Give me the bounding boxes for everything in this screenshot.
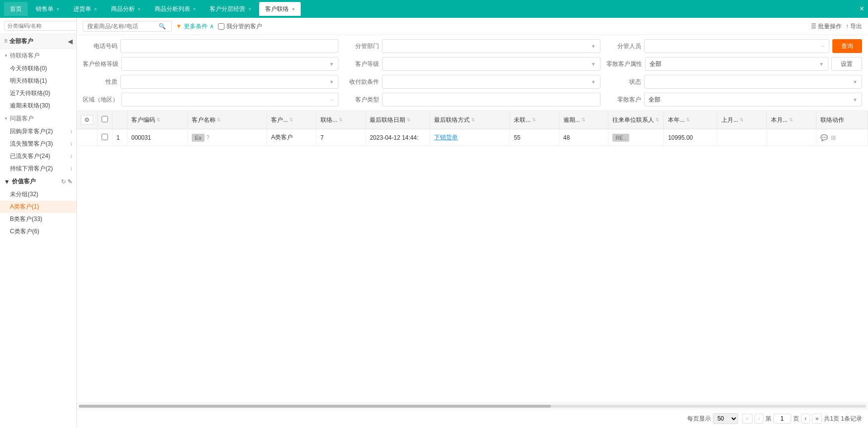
last-page-btn[interactable]: » <box>812 414 822 424</box>
page-number-input[interactable] <box>773 414 791 424</box>
edit-icon[interactable]: ✎ <box>67 178 72 185</box>
customer-type-input[interactable] <box>382 93 600 107</box>
filter-row-customer-level: 客户等级 ▼ <box>344 57 600 71</box>
sidebar-item-class-a-label: A类客户(1) <box>10 203 72 211</box>
sort-icon-contact[interactable]: ⇅ <box>339 117 343 122</box>
customer-level-select[interactable]: ▼ <box>382 57 600 71</box>
status-select[interactable]: ▼ <box>644 75 862 89</box>
customer-table: ⚙ 客户编码 ⇅ <box>77 111 868 146</box>
sidebar-item-unclassified[interactable]: 未分组(32) <box>0 188 76 201</box>
scrollbar-track <box>79 405 866 408</box>
sidebar-item-class-c[interactable]: C类客户(6) <box>0 225 76 238</box>
tab-goods-analysis[interactable]: 商品分析 × <box>105 2 147 16</box>
close-all-btn[interactable]: × <box>860 4 864 13</box>
gear-settings-btn[interactable]: ⚙ <box>81 115 93 125</box>
export-btn[interactable]: ↑ 导出 <box>846 22 862 31</box>
tab-goods-analysis-list[interactable]: 商品分析列表 × <box>149 2 202 16</box>
dept-label: 分管部门 <box>344 42 379 51</box>
last-contact-method-link[interactable]: 下销货单 <box>434 134 458 141</box>
sort-icon-type[interactable]: ⇅ <box>289 117 293 122</box>
sparse-attr-select[interactable]: 全部▼ <box>645 57 828 71</box>
sidebar-item-class-b[interactable]: B类客户(33) <box>0 213 76 225</box>
nature-label: 性质 <box>83 78 117 86</box>
sidebar-search-input[interactable] <box>4 21 77 31</box>
sidebar-item-persistent-decline[interactable]: 持续下滑客户(2) ℹ <box>0 162 76 175</box>
next-page-btn[interactable]: › <box>801 414 810 424</box>
unit-contact-value: RE . <box>612 134 629 142</box>
prev-page-btn[interactable]: ‹ <box>755 414 763 424</box>
sidebar-item-overdue-label: 逾期未联络(30) <box>10 102 72 110</box>
sidebar-group-value[interactable]: ▼ 价值客户 ↻ ✎ <box>0 175 76 188</box>
sort-icon-this-month[interactable]: ⇅ <box>789 117 793 122</box>
refresh-icon[interactable]: ↻ <box>61 178 66 185</box>
row-checkbox[interactable] <box>102 134 108 140</box>
sidebar-item-overdue[interactable]: 逾期未联络(30) <box>0 100 76 112</box>
horizontal-scrollbar[interactable] <box>77 403 868 409</box>
sidebar-group-problem[interactable]: ▼ 问题客户 <box>0 112 76 125</box>
tab-customer-contact-close[interactable]: × <box>292 6 295 12</box>
sidebar-all-customers[interactable]: ⠿ 全部客户 ◀ <box>0 34 76 49</box>
query-button[interactable]: 查询 <box>832 39 862 53</box>
sparse-select[interactable]: 全部▼ <box>644 93 862 107</box>
sidebar-item-tomorrow[interactable]: 明天待联络(1) <box>0 75 76 87</box>
phone-input[interactable] <box>120 39 338 53</box>
payment-select[interactable]: ▼ <box>382 75 600 89</box>
my-customers-checkbox-area[interactable]: 我分管的客户 <box>218 22 262 31</box>
comment-action-icon[interactable]: 💬 <box>820 134 828 141</box>
settings-button[interactable]: 设置 <box>831 57 862 71</box>
tab-purchase-close[interactable]: × <box>94 6 97 12</box>
collapse-icon[interactable]: ◀ <box>68 38 72 45</box>
manager-input[interactable]: ··· <box>644 39 829 53</box>
sort-icon-date[interactable]: ⇅ <box>407 117 411 122</box>
tab-sales-close[interactable]: × <box>56 6 59 12</box>
first-page-btn[interactable]: « <box>742 414 753 424</box>
sort-icon-name[interactable]: ⇅ <box>217 117 221 122</box>
filter-search-box[interactable]: 🔍 <box>83 21 172 32</box>
sidebar-item-week[interactable]: 近7天待联络(0) <box>0 87 76 100</box>
sort-icon-last-month[interactable]: ⇅ <box>740 117 744 122</box>
price-level-select[interactable]: ▼ <box>121 57 338 71</box>
scrollbar-thumb[interactable] <box>79 405 551 408</box>
tab-customer-segment[interactable]: 客户分层经营 × <box>204 2 257 16</box>
my-customers-checkbox[interactable] <box>218 23 224 30</box>
tab-customer-segment-close[interactable]: × <box>248 6 251 12</box>
sort-icon-no-contact[interactable]: ⇅ <box>532 117 536 122</box>
nature-select[interactable]: ▼ <box>120 75 338 89</box>
sidebar-group-pending[interactable]: ▼ 待联络客户 <box>0 49 76 62</box>
tab-sales[interactable]: 销售单 × <box>30 2 65 16</box>
select-all-checkbox[interactable] <box>102 116 108 122</box>
table-row: 1 000031 Ea ? A类客户 7 <box>77 129 868 146</box>
batch-ops-btn[interactable]: ☰ 批量操作 <box>811 22 842 31</box>
region-input[interactable]: ··· <box>121 93 338 107</box>
sidebar-item-repeat-abnormal[interactable]: 回购异常客户(2) ℹ <box>0 125 76 138</box>
tab-purchase[interactable]: 进货单 × <box>67 2 103 16</box>
group-value-label: 价值客户 <box>12 177 36 186</box>
col-customer-code: 客户编码 ⇅ <box>127 111 188 129</box>
sidebar-item-lost-forecast[interactable]: 流失预警客户(3) ℹ <box>0 138 76 150</box>
page-size-select[interactable]: 50 100 200 <box>713 413 738 424</box>
tab-home[interactable]: 首页 <box>4 2 28 16</box>
region-label: 区域（地区） <box>83 96 118 104</box>
tab-goods-analysis-close[interactable]: × <box>138 6 141 12</box>
sort-icon-code[interactable]: ⇅ <box>157 117 161 122</box>
sort-icon-year[interactable]: ⇅ <box>686 117 690 122</box>
cell-actions: 💬 ⊞ <box>816 129 868 146</box>
sort-icon-overdue[interactable]: ⇅ <box>582 117 586 122</box>
sidebar-item-class-a[interactable]: A类客户(1) <box>0 201 76 213</box>
dept-select[interactable]: ▼ <box>382 39 600 53</box>
col-contact-action-label: 联络动作 <box>820 116 844 123</box>
page-size-label: 每页显示 <box>687 415 711 423</box>
more-filters-btn[interactable]: ▼ 更多条件 ∧ <box>176 22 214 31</box>
sidebar-item-today-label: 今天待联络(0) <box>10 64 72 73</box>
col-customer-name-label: 客户名称 <box>192 116 216 124</box>
grid-action-icon[interactable]: ⊞ <box>831 134 836 141</box>
filter-search-input[interactable] <box>87 23 157 30</box>
sidebar-item-today[interactable]: 今天待联络(0) <box>0 62 76 75</box>
tab-goods-analysis-list-close[interactable]: × <box>193 6 196 12</box>
this-year-value: 10995.00 <box>668 134 693 141</box>
sidebar-item-lost[interactable]: 已流失客户(24) ℹ <box>0 150 76 162</box>
tab-customer-contact[interactable]: 客户联络 × <box>259 2 301 16</box>
sort-icon-unit[interactable]: ⇅ <box>655 117 659 122</box>
sort-icon-method[interactable]: ⇅ <box>471 117 475 122</box>
filter-search-icon[interactable]: 🔍 <box>159 23 166 30</box>
